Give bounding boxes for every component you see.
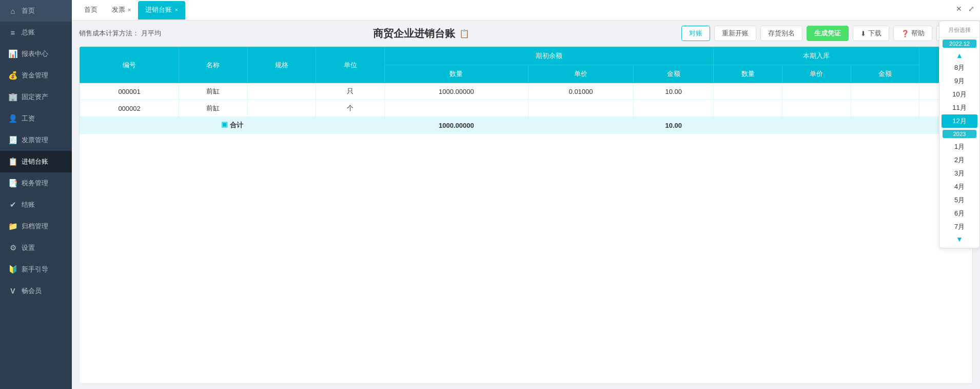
total-label: ▣ 合计 [80, 117, 385, 134]
table-header-row: 编号 名称 规格 单位 期初余额 本期入库 数 [80, 47, 972, 65]
total-in-qty [714, 117, 782, 134]
data-table-wrap: 编号 名称 规格 单位 期初余额 本期入库 数 数量 单价 金额 数 [79, 46, 973, 384]
sidebar-item-tax[interactable]: 📑 税务管理 [0, 172, 72, 194]
cell-name: 前缸 [179, 83, 248, 100]
month-item-6[interactable]: 6月 [939, 207, 973, 220]
cell-period-amount: 10.00 [634, 83, 714, 100]
month-panel-year-2023: 2023 [943, 130, 973, 138]
sidebar-item-label: 新手引导 [22, 265, 48, 274]
table-row: 000001 前缸 只 1000.00000 0.01000 10.00 [80, 83, 972, 100]
archive-icon: 📁 [8, 222, 17, 231]
sidebar-item-label: 总账 [22, 28, 35, 37]
cell-period-unit-price [528, 100, 634, 117]
col-current-in: 本期入库 [714, 47, 919, 65]
cell-unit: 只 [316, 83, 385, 100]
month-item-5[interactable]: 5月 [939, 193, 973, 207]
month-nav-down[interactable]: ▼ [939, 234, 973, 245]
maximize-button[interactable]: ⤢ [967, 4, 976, 13]
month-item-11[interactable]: 11月 [939, 101, 973, 114]
title-icon: 📋 [459, 29, 469, 38]
purchase-sale-icon: 📋 [8, 157, 17, 166]
sidebar: ⌂ 首页 ≡ 总账 📊 报表中心 💰 资金管理 🏢 固定资产 👤 工资 🧾 发票… [0, 0, 72, 389]
col-name: 名称 [179, 47, 248, 83]
col-in-qty: 数量 [714, 65, 782, 83]
page-title-area: 商贸企业进销台账 📋 [373, 27, 469, 41]
month-panel: 月份选择 2022.12 ▲ 8月 9月 10月 11月 12月 2023 1月… [939, 46, 973, 248]
month-item-10[interactable]: 10月 [939, 88, 973, 101]
tab-purchase-sale[interactable]: 进销台账 × [138, 1, 185, 20]
help-button[interactable]: ❓ 帮助 [893, 26, 932, 41]
toolbar: 对账 重新开账 存货别名 生成凭证 ⬇ 下载 ❓ 帮助 ↻ 刷新 [681, 26, 973, 41]
table-month-wrapper: 编号 名称 规格 单位 期初余额 本期入库 数 数量 单价 金额 数 [79, 46, 973, 384]
month-item-2[interactable]: 2月 [939, 153, 973, 167]
total-in-amount [851, 117, 919, 134]
sidebar-item-label: 发票管理 [22, 135, 48, 145]
col-code: 编号 [80, 47, 179, 83]
data-table: 编号 名称 规格 单位 期初余额 本期入库 数 数量 单价 金额 数 [80, 47, 972, 134]
sidebar-item-wages[interactable]: 👤 工资 [0, 108, 72, 129]
cell-code: 000002 [80, 100, 179, 117]
col-unit: 单位 [316, 47, 385, 83]
sidebar-item-archive[interactable]: 📁 归档管理 [0, 216, 72, 237]
tab-purchase-sale-close[interactable]: × [174, 7, 178, 13]
sidebar-item-guide[interactable]: 🔰 新手引导 [0, 259, 72, 280]
col-period-start: 期初余额 [384, 47, 713, 65]
tab-invoice-label: 发票 [112, 5, 125, 14]
sidebar-item-assets[interactable]: 🏢 固定资产 [0, 86, 72, 108]
month-item-12[interactable]: 12月 [942, 114, 973, 128]
month-item-3[interactable]: 3月 [939, 167, 973, 180]
reopen-button[interactable]: 重新开账 [714, 26, 756, 41]
sidebar-item-home[interactable]: ⌂ 首页 [0, 0, 72, 22]
guide-icon: 🔰 [8, 265, 17, 274]
cell-period-unit-price: 0.01000 [528, 83, 634, 100]
sidebar-item-invoice-mgmt[interactable]: 🧾 发票管理 [0, 129, 72, 151]
sidebar-item-funds[interactable]: 💰 资金管理 [0, 65, 72, 86]
sidebar-item-reports[interactable]: 📊 报表中心 [0, 43, 72, 65]
total-period-qty: 1000.00000 [384, 117, 528, 134]
home-icon: ⌂ [8, 7, 17, 15]
assets-icon: 🏢 [8, 92, 17, 102]
sidebar-item-ledger[interactable]: ≡ 总账 [0, 22, 72, 43]
cost-method-info: 销售成本计算方法： 月平均 [79, 29, 161, 38]
month-item-7[interactable]: 7月 [939, 220, 973, 234]
cell-unit: 个 [316, 100, 385, 117]
sidebar-item-label: 固定资产 [22, 92, 48, 102]
reconcile-button[interactable]: 对账 [681, 26, 710, 41]
download-button[interactable]: ⬇ 下载 [853, 26, 889, 41]
tab-bar: 首页 发票 × 进销台账 × [72, 0, 980, 21]
month-nav-up[interactable]: ▲ [939, 50, 973, 61]
generate-voucher-button[interactable]: 生成凭证 [807, 26, 849, 41]
month-item-8[interactable]: 8月 [939, 61, 973, 74]
total-period-unit-price [528, 117, 634, 134]
month-item-1[interactable]: 1月 [939, 140, 973, 153]
sidebar-item-checkout[interactable]: ✔ 结账 [0, 194, 72, 216]
col-spec: 规格 [247, 47, 316, 83]
cell-in-amount [851, 100, 919, 117]
reports-icon: 📊 [8, 49, 17, 59]
tab-home[interactable]: 首页 [77, 1, 105, 20]
download-icon: ⬇ [860, 30, 866, 37]
cell-in-qty [714, 100, 782, 117]
total-row: ▣ 合计 1000.00000 10.00 [80, 117, 972, 134]
window-controls: ✕ ⤢ [954, 4, 976, 13]
month-item-4[interactable]: 4月 [939, 180, 973, 193]
cell-spec [247, 100, 316, 117]
col-in-amount: 金额 [851, 65, 919, 83]
sidebar-item-label: 首页 [22, 6, 35, 15]
cell-spec [247, 83, 316, 100]
col-in-unit-price: 单价 [782, 65, 851, 83]
col-period-qty: 数量 [384, 65, 528, 83]
col-period-unit-price: 单价 [528, 65, 634, 83]
main-area: ✕ ⤢ 首页 发票 × 进销台账 × 销售成本计算方法： 月平均 商贸企业进销台… [72, 0, 980, 389]
sidebar-item-label: 报表中心 [22, 49, 48, 59]
tab-invoice[interactable]: 发票 × [105, 1, 138, 20]
save-alias-button[interactable]: 存货别名 [760, 26, 802, 41]
sidebar-item-member[interactable]: V 畅会员 [0, 280, 72, 302]
cost-method-value: 月平均 [141, 29, 161, 37]
month-item-9[interactable]: 9月 [939, 74, 973, 88]
sidebar-item-purchase-sale[interactable]: 📋 进销台账 [0, 151, 72, 172]
tab-invoice-close[interactable]: × [128, 7, 131, 13]
sidebar-item-label: 畅会员 [22, 286, 42, 296]
close-button[interactable]: ✕ [954, 4, 964, 13]
sidebar-item-settings[interactable]: ⚙ 设置 [0, 237, 72, 259]
